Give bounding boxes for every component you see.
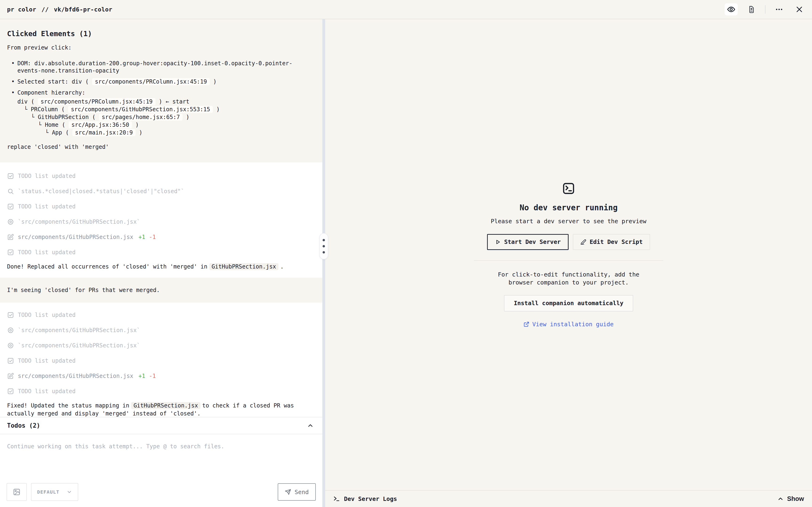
tool-row-todo[interactable]: TODO list updated (7, 384, 315, 399)
tree-node-label: └ Home ( (38, 122, 65, 128)
composer: DEFAULT Send (0, 434, 322, 507)
tree-node-suffix: ) (216, 106, 220, 113)
preview-panel: No dev server running Please start a dev… (325, 19, 812, 507)
user-message-clicked-elements: Clicked Elements (1) From preview click:… (0, 19, 322, 162)
tool-row-todo[interactable]: TODO list updated (7, 307, 315, 323)
panel-resize-handle[interactable] (319, 233, 328, 260)
diff-view-button[interactable] (745, 3, 758, 15)
selected-start-label: Selected start: div ( (17, 78, 89, 85)
start-dev-server-label: Start Dev Server (504, 238, 561, 245)
diff-added-count: +1 (138, 234, 145, 240)
variant-label: DEFAULT (37, 489, 59, 495)
image-icon (13, 488, 21, 496)
pencil-icon (580, 239, 587, 245)
tool-row-label: `src/components/GitHubPRSection.jsx` (18, 342, 140, 349)
tool-row-edit-file[interactable]: src/components/GitHubPRSection.jsx +1 -1 (7, 368, 315, 384)
tool-row-todo[interactable]: TODO list updated (7, 244, 315, 260)
dom-selector-item: DOM: div.absolute.duration-200.group-hov… (7, 60, 315, 74)
file-path-chip[interactable]: src/components/GitHubPRSection.jsx:553:1… (68, 106, 213, 113)
task-title: pr color (7, 6, 36, 13)
tool-row-label: `src/components/GitHubPRSection.jsx` (18, 219, 140, 225)
assistant-message: Done! Replaced all occurrences of 'close… (0, 260, 322, 271)
external-link-icon (523, 321, 529, 327)
file-name-chip[interactable]: GitHubPRSection.jsx (131, 402, 200, 409)
play-icon (495, 239, 501, 245)
assistant-message: Fixed! Updated the status mapping inGitH… (0, 399, 322, 417)
panel-divider[interactable] (322, 19, 325, 507)
diff-removed-count: -1 (149, 373, 156, 379)
tool-row-edit-file[interactable]: src/components/GitHubPRSection.jsx +1 -1 (7, 229, 315, 244)
read-file-icon (7, 342, 14, 349)
tool-row-todo[interactable]: TODO list updated (7, 353, 315, 368)
terminal-prompt-icon (333, 496, 340, 502)
tool-row-label: `status.*closed|closed.*status|'closed'|… (18, 188, 184, 194)
send-icon (285, 489, 291, 495)
show-logs-toggle[interactable]: Show (777, 495, 804, 503)
read-file-icon (7, 218, 14, 225)
file-diff-icon (747, 5, 755, 13)
assistant-message-text: Fixed! Updated the status mapping in (7, 402, 129, 409)
tool-row-label: TODO list updated (18, 312, 75, 318)
breadcrumb-separator: // (41, 6, 49, 13)
more-options-button[interactable] (772, 3, 786, 15)
message-input[interactable] (0, 434, 322, 483)
titlebar-actions (725, 3, 806, 15)
assistant-message-text: . (280, 263, 284, 270)
show-logs-label: Show (787, 495, 804, 503)
todos-section-header[interactable]: Todos (2) (0, 417, 322, 434)
selected-start-item: Selected start: div ( src/components/PRC… (7, 78, 315, 86)
tree-node-suffix: ) ← start (159, 98, 189, 105)
edit-dev-script-label: Edit Dev Script (590, 238, 643, 245)
file-path-chip[interactable]: src/components/PRColumn.jsx:45:19 (38, 98, 156, 105)
chevron-up-icon[interactable] (307, 422, 314, 429)
todo-checkbox-icon (7, 357, 14, 364)
tree-node-label: └ App ( (45, 129, 69, 136)
tool-row-todo[interactable]: TODO list updated (7, 168, 315, 183)
tool-row-read-file[interactable]: `src/components/GitHubPRSection.jsx` (7, 338, 315, 353)
tool-row-file-path: src/components/GitHubPRSection.jsx (18, 373, 133, 379)
send-button[interactable]: Send (278, 483, 316, 501)
model-variant-select[interactable]: DEFAULT (31, 483, 78, 501)
dom-label: DOM: (17, 60, 31, 67)
tree-row: └ Home ( src/App.jsx:36:50 ) (17, 121, 315, 129)
user-message: I'm seeing 'closed' for PRs that were me… (0, 278, 322, 302)
todo-checkbox-icon (7, 312, 14, 319)
tool-row-label: `src/components/GitHubPRSection.jsx` (18, 327, 140, 334)
install-companion-button[interactable]: Install companion automatically (504, 295, 633, 312)
eye-icon (727, 5, 735, 14)
edit-file-icon (7, 233, 14, 241)
conversation-scroll-area[interactable]: Clicked Elements (1) From preview click:… (0, 19, 322, 417)
edit-dev-script-button[interactable]: Edit Dev Script (573, 234, 650, 250)
dev-server-logs-label: Dev Server Logs (344, 496, 397, 502)
file-path-chip[interactable]: src/main.jsx:20:9 (72, 129, 136, 136)
clicked-elements-list: DOM: div.absolute.duration-200.group-hov… (7, 60, 315, 136)
selected-start-close: ) (213, 78, 216, 85)
file-name-chip[interactable]: GitHubPRSection.jsx (209, 263, 278, 270)
close-button[interactable] (793, 3, 806, 15)
terminal-icon (562, 182, 575, 195)
tool-row-read-file[interactable]: `src/components/GitHubPRSection.jsx` (7, 323, 315, 338)
send-label: Send (295, 489, 309, 496)
tool-row-search[interactable]: `status.*closed|closed.*status|'closed'|… (7, 183, 315, 199)
installation-guide-link[interactable]: View installation guide (523, 321, 613, 328)
todo-checkbox-icon (7, 172, 14, 180)
preview-toggle-button[interactable] (725, 3, 738, 15)
file-path-chip[interactable]: src/pages/home.jsx:65:7 (99, 114, 183, 121)
app-window: pr color // vk/bfd6-pr-color (0, 0, 812, 507)
file-path-chip[interactable]: src/components/PRColumn.jsx:45:19 (92, 78, 210, 85)
dev-server-logs-title-group: Dev Server Logs (333, 496, 397, 502)
start-dev-server-button[interactable]: Start Dev Server (487, 234, 569, 250)
clicked-elements-intro: From preview click: (7, 44, 315, 51)
tool-row-read-file[interactable]: `src/components/GitHubPRSection.jsx` (7, 214, 315, 229)
tool-row-file-path: src/components/GitHubPRSection.jsx (18, 234, 133, 240)
file-path-chip[interactable]: src/App.jsx:36:50 (68, 121, 132, 128)
attach-image-button[interactable] (7, 483, 27, 501)
tree-node-suffix: ) (135, 122, 139, 128)
tool-row-todo[interactable]: TODO list updated (7, 199, 315, 214)
breadcrumb: pr color // vk/bfd6-pr-color (7, 6, 112, 13)
edit-file-icon (7, 373, 14, 380)
read-file-icon (7, 327, 14, 334)
todo-checkbox-icon (7, 203, 14, 210)
diff-removed-count: -1 (149, 234, 156, 240)
ellipsis-icon (775, 5, 783, 14)
